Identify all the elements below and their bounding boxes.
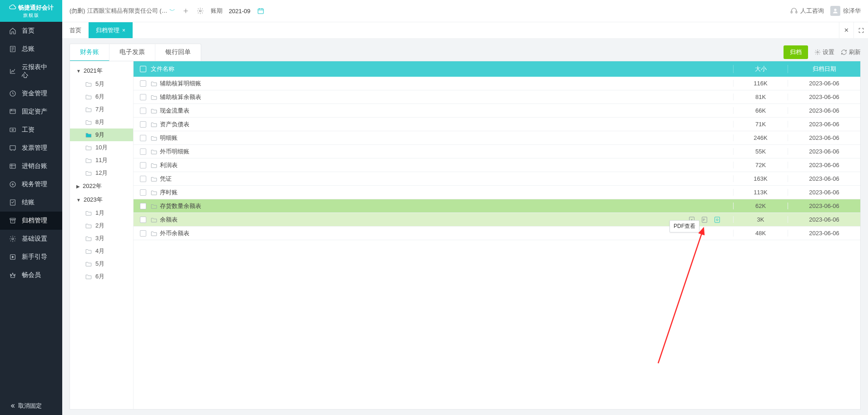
user-menu[interactable]: 徐泽华	[830, 6, 861, 16]
file-table: 文件名称 大小 归档日期 辅助核算明细账116K2023-06-06辅助核算余额…	[134, 61, 860, 409]
company-selector[interactable]: (勿删) 江西眼宝精品有限责任公司 (… ﹀	[69, 7, 175, 15]
sidebar-item-stock[interactable]: 进销台账	[0, 157, 62, 175]
table-row[interactable]: 辅助核算余额表81K2023-06-06	[134, 90, 860, 104]
folder-icon	[85, 248, 92, 254]
tree-month[interactable]: 10月	[70, 141, 133, 154]
file-size: 81K	[733, 94, 788, 100]
table-row[interactable]: 外币余额表48K2023-06-06	[134, 227, 860, 240]
folder-icon	[85, 107, 92, 112]
table-row[interactable]: 余额表3K2023-06-06	[134, 213, 860, 227]
subtab[interactable]: 银行回单	[155, 44, 201, 61]
table-row[interactable]: 凭证163K2023-06-06	[134, 172, 860, 186]
table-row[interactable]: 明细账246K2023-06-06	[134, 131, 860, 145]
row-checkbox[interactable]	[140, 94, 146, 100]
sidebar-item-ledger[interactable]: 总账	[0, 40, 62, 58]
tree-month[interactable]: 6月	[70, 270, 133, 283]
sidebar-item-wallet[interactable]: 资金管理	[0, 84, 62, 103]
add-company-button[interactable]	[182, 7, 190, 15]
unpin-sidebar[interactable]: 取消固定	[0, 397, 62, 415]
folder-icon	[85, 94, 92, 99]
tree-month[interactable]: 9月	[70, 128, 133, 141]
row-checkbox[interactable]	[140, 108, 146, 114]
tree-month[interactable]: 7月	[70, 103, 133, 116]
subtab[interactable]: 财务账	[70, 44, 109, 61]
sidebar-item-tax[interactable]: 税务管理	[0, 175, 62, 193]
row-checkbox[interactable]	[140, 230, 146, 237]
sidebar-item-close-period[interactable]: 结账	[0, 193, 62, 212]
page-tab[interactable]: 归档管理×	[89, 22, 133, 38]
col-date-label: 归档日期	[788, 65, 860, 73]
svg-point-11	[12, 238, 14, 240]
tree-month[interactable]: 4月	[70, 245, 133, 257]
page-tab[interactable]: 首页	[62, 22, 89, 38]
folder-icon	[85, 119, 92, 125]
sidebar-item-salary[interactable]: 工资	[0, 121, 62, 139]
sidebar-item-invoice[interactable]: 发票管理	[0, 139, 62, 157]
tree-year-label: 2022年	[83, 182, 102, 190]
row-checkbox[interactable]	[140, 148, 146, 155]
refresh-link[interactable]: 刷新	[841, 48, 861, 56]
folder-icon	[85, 261, 92, 267]
table-row[interactable]: 利润表72K2023-06-06	[134, 158, 860, 172]
svg-rect-14	[258, 9, 263, 14]
table-row[interactable]: 外币明细账55K2023-06-06	[134, 145, 860, 158]
close-tab-button[interactable]: ✕	[839, 22, 853, 38]
table-row[interactable]: 现金流量表66K2023-06-06	[134, 104, 860, 118]
table-row[interactable]: 辅助核算明细账116K2023-06-06	[134, 77, 860, 90]
row-checkbox[interactable]	[140, 189, 146, 196]
support-link[interactable]: 人工咨询	[790, 7, 824, 15]
sidebar-item-home[interactable]: 首页	[0, 22, 62, 40]
folder-icon	[85, 170, 92, 176]
fullscreen-button[interactable]	[853, 22, 868, 38]
subtab[interactable]: 电子发票	[109, 44, 155, 61]
svg-rect-2	[10, 109, 15, 114]
vip-icon	[9, 272, 16, 279]
support-label: 人工咨询	[800, 7, 824, 15]
tree-month[interactable]: 8月	[70, 116, 133, 128]
tree-month[interactable]: 5月	[70, 257, 133, 270]
col-size-label: 大小	[733, 65, 788, 73]
table-row[interactable]: 存货数量余额表62K2023-06-06	[134, 199, 860, 213]
tree-month[interactable]: 2月	[70, 219, 133, 232]
tree-year[interactable]: ▶2022年	[70, 179, 133, 193]
folder-icon	[151, 203, 157, 209]
archive-icon	[9, 217, 16, 224]
table-row[interactable]: 序时账113K2023-06-06	[134, 186, 860, 199]
tree-month[interactable]: 3月	[70, 232, 133, 245]
row-checkbox[interactable]	[140, 217, 146, 223]
tree-year[interactable]: ▼2023年	[70, 193, 133, 207]
row-checkbox[interactable]	[140, 135, 146, 141]
tree-month[interactable]: 6月	[70, 90, 133, 103]
tree-month[interactable]: 12月	[70, 167, 133, 179]
row-checkbox[interactable]	[140, 80, 146, 87]
calendar-icon[interactable]	[257, 7, 265, 15]
sidebar-item-guide[interactable]: 新手引导	[0, 248, 62, 266]
top-bar: (勿删) 江西眼宝精品有限责任公司 (… ﹀ 账期 2021-09 人工咨询	[62, 0, 868, 22]
tree-year[interactable]: ▼2021年	[70, 64, 133, 78]
sidebar-item-chart[interactable]: 云报表中心	[0, 58, 62, 84]
tree-month-label: 2月	[95, 222, 104, 230]
row-checkbox[interactable]	[140, 121, 146, 128]
table-row[interactable]: 资产负债表71K2023-06-06	[134, 118, 860, 131]
ledger-icon	[9, 45, 16, 53]
tree-month[interactable]: 1月	[70, 207, 133, 219]
svg-rect-5	[10, 146, 15, 150]
tree-month-label: 8月	[95, 118, 104, 126]
sidebar-item-archive[interactable]: 归档管理	[0, 212, 62, 230]
archive-button[interactable]: 归档	[784, 45, 808, 59]
close-icon[interactable]: ×	[122, 27, 125, 34]
select-all-checkbox[interactable]	[140, 66, 146, 72]
tree-month[interactable]: 5月	[70, 78, 133, 90]
download-pdf-icon[interactable]	[700, 216, 709, 224]
settings-link[interactable]: 设置	[814, 48, 834, 56]
company-settings-button[interactable]	[196, 7, 204, 15]
year-month-tree: ▼2021年5月6月7月8月9月10月11月12月▶2022年▼2023年1月2…	[70, 61, 134, 409]
sidebar-item-gear[interactable]: 基础设置	[0, 230, 62, 248]
view-pdf-icon[interactable]	[713, 216, 721, 224]
sidebar-item-vip[interactable]: 畅会员	[0, 266, 62, 284]
sidebar-item-asset[interactable]: 固定资产	[0, 103, 62, 121]
row-checkbox[interactable]	[140, 203, 146, 209]
tree-month[interactable]: 11月	[70, 154, 133, 167]
row-checkbox[interactable]	[140, 176, 146, 182]
row-checkbox[interactable]	[140, 162, 146, 168]
